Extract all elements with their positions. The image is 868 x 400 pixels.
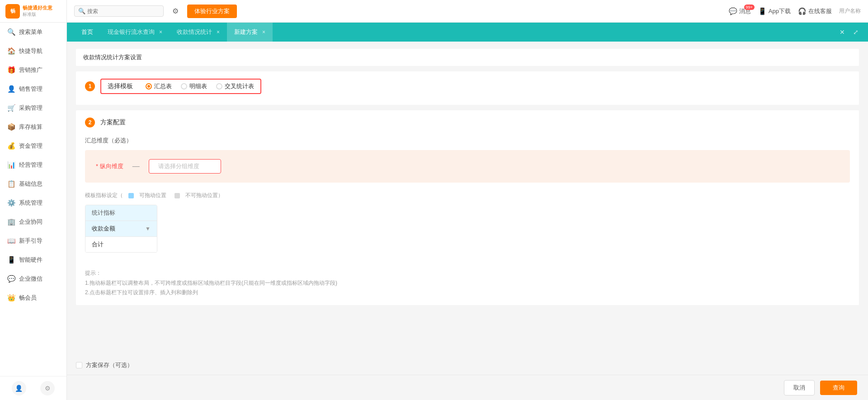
metrics-table: 统计指标 收款金额 ▼ 合计 — [85, 205, 157, 253]
step2-card: 2 方案配置 汇总维度（必选） * 纵向维度 — 请选择分组维度 模板指标设定（ — [76, 110, 859, 305]
search-box: 🔍 — [74, 5, 164, 17]
service-label: 在线客服 — [808, 7, 832, 15]
save-checkbox-row: 方案保存（可选） — [76, 361, 859, 369]
sidebar-item-finance[interactable]: 💰资金管理 — [0, 136, 66, 155]
save-section: 方案保存（可选） — [67, 356, 868, 375]
sidebar-bottom-icon-2[interactable]: ⚙ — [40, 381, 55, 395]
tab-close-btn[interactable]: ✕ — [837, 27, 847, 37]
sidebar-item-sales[interactable]: 👤销售管理 — [0, 80, 66, 99]
tab-collection-stats[interactable]: 收款情况统计× — [170, 23, 227, 42]
step1-card: 1 选择模板 汇总表 明细表 交叉统计表 — [76, 71, 859, 105]
dim-select[interactable]: 请选择分组维度 — [149, 159, 221, 174]
tab-label-bank-flow: 现金银行流水查询 — [108, 28, 155, 36]
sidebar-item-system[interactable]: ⚙️系统管理 — [0, 193, 66, 212]
tab-new-plan[interactable]: 新建方案× — [227, 23, 273, 42]
dim-row: * 纵向维度 — 请选择分组维度 — [96, 159, 839, 174]
radio-label-detail: 明细表 — [189, 82, 207, 90]
nav-icon-inventory: 📦 — [7, 123, 15, 131]
tab-bank-flow[interactable]: 现金银行流水查询× — [100, 23, 170, 42]
radio-custom-detail — [181, 83, 187, 89]
summary-dim-title: 汇总维度（必选） — [85, 136, 850, 145]
sidebar-item-purchase[interactable]: 🛒采购管理 — [0, 99, 66, 118]
step1-section: 1 选择模板 汇总表 明细表 交叉统计表 — [85, 79, 850, 94]
trial-button[interactable]: 体验行业方案 — [187, 5, 237, 18]
settings-icon[interactable]: ⚙ — [169, 5, 182, 18]
radio-option-cross[interactable]: 交叉统计表 — [216, 82, 254, 90]
nav-icon-enterprise: 🏢 — [7, 218, 15, 226]
nav-label-sales: 销售管理 — [19, 85, 42, 93]
nav-label-marketing: 营销推广 — [19, 66, 42, 74]
metrics-hint-movable: 可拖动位置 — [139, 192, 166, 199]
save-checkbox[interactable] — [76, 362, 82, 368]
nav-label-operation: 经营管理 — [19, 161, 42, 169]
metrics-total-label-1: 合计 — [92, 241, 104, 248]
top-header: 🔍 ⚙ 体验行业方案 💬 消息 99+ 📱 App下载 🎧 在线客服 用户名称 — [67, 0, 868, 23]
download-label: App下载 — [769, 7, 791, 15]
nav-icon-guide: 📖 — [7, 237, 15, 245]
sidebar-item-marketing[interactable]: 🎁营销推广 — [0, 61, 66, 80]
sidebar-item-enterprise[interactable]: 🏢企业协同 — [0, 212, 66, 231]
nav-icon-system: ⚙️ — [7, 199, 15, 207]
sidebar-item-inventory[interactable]: 📦库存核算 — [0, 118, 66, 136]
sidebar-logo: 畅 畅捷通好生意 标准版 — [0, 0, 66, 23]
metrics-cell-0: 收款金额 ▼ — [85, 221, 157, 237]
page-title: 收款情况统计方案设置 — [76, 49, 859, 66]
sidebar-item-search-menu[interactable]: 🔍搜索菜单 — [0, 23, 66, 42]
metrics-hint-fixed: 不可拖动位置） — [185, 192, 223, 199]
notification-badge: 99+ — [744, 5, 755, 10]
tip-item-0: 1.拖动标题栏可以调整布局，不可跨维度或指标区域拖动栏目字段(只能在同一维度或指… — [85, 278, 850, 288]
tab-controls: ✕ ⤢ — [837, 27, 861, 37]
metrics-chevron-0[interactable]: ▼ — [145, 226, 151, 232]
tab-home[interactable]: 首页 — [74, 23, 100, 42]
sidebar-item-vip[interactable]: 👑畅会员 — [0, 288, 66, 307]
metrics-category-header: 统计指标 — [85, 205, 157, 221]
radio-option-summary[interactable]: 汇总表 — [146, 82, 172, 90]
dim-arrow-icon: — — [132, 162, 140, 170]
bottom-bar: 取消 查询 — [67, 375, 868, 400]
dim-area: * 纵向维度 — 请选择分组维度 — [85, 150, 850, 183]
nav-icon-purchase: 🛒 — [7, 104, 15, 112]
dim-label: * 纵向维度 — [96, 162, 123, 170]
nav-label-inventory: 库存核算 — [19, 123, 42, 131]
nav-label-search-menu: 搜索菜单 — [19, 28, 42, 36]
nav-label-enterprise: 企业协同 — [19, 218, 42, 226]
nav-label-guide: 新手引导 — [19, 237, 42, 245]
metrics-total-1: 合计 — [85, 237, 157, 252]
tab-expand-btn[interactable]: ⤢ — [851, 27, 861, 37]
nav-label-wechat: 企业微信 — [19, 275, 42, 283]
step2-header: 2 方案配置 — [85, 118, 850, 127]
user-name[interactable]: 用户名称 — [839, 7, 861, 15]
sidebar-bottom-icon-1[interactable]: 👤 — [12, 381, 26, 395]
step1-circle: 1 — [85, 81, 95, 91]
service-item[interactable]: 🎧 在线客服 — [798, 7, 832, 15]
header-actions: 💬 消息 99+ 📱 App下载 🎧 在线客服 用户名称 — [729, 7, 861, 15]
sidebar-item-operation[interactable]: 📊经营管理 — [0, 155, 66, 174]
nav-icon-basic-info: 📋 — [7, 180, 15, 188]
sidebar-item-basic-info[interactable]: 📋基础信息 — [0, 174, 66, 193]
tips-section: 提示：1.拖动标题栏可以调整布局，不可跨维度或指标区域拖动栏目字段(只能在同一维… — [85, 268, 850, 298]
tips-label: 提示： — [85, 270, 101, 276]
sidebar-nav: 🔍搜索菜单🏠快捷导航🎁营销推广👤销售管理🛒采购管理📦库存核算💰资金管理📊经营管理… — [0, 23, 66, 376]
sidebar-item-wechat[interactable]: 💬企业微信 — [0, 269, 66, 288]
sidebar-item-hardware[interactable]: 📱智能硬件 — [0, 250, 66, 269]
search-input[interactable] — [87, 8, 160, 14]
radio-option-detail[interactable]: 明细表 — [181, 82, 207, 90]
logo-text-block: 畅捷通好生意 标准版 — [23, 5, 52, 18]
tab-close-new-plan[interactable]: × — [262, 29, 265, 35]
nav-icon-search-menu: 🔍 — [7, 28, 15, 36]
tab-close-bank-flow[interactable]: × — [159, 29, 162, 35]
nav-icon-finance: 💰 — [7, 142, 15, 150]
cancel-button[interactable]: 取消 — [784, 380, 815, 395]
download-item[interactable]: 📱 App下载 — [758, 7, 791, 15]
save-label: 方案保存（可选） — [86, 361, 133, 369]
radio-label-cross: 交叉统计表 — [225, 82, 254, 90]
tab-label-home: 首页 — [81, 28, 93, 36]
notification-item[interactable]: 💬 消息 99+ — [729, 7, 751, 15]
fixed-dot — [175, 193, 180, 198]
query-button[interactable]: 查询 — [820, 381, 857, 395]
sidebar-item-quick-nav[interactable]: 🏠快捷导航 — [0, 42, 66, 61]
tip-item-1: 2.点击标题栏下拉可设置排序、插入列和删除列 — [85, 288, 850, 298]
tab-close-collection-stats[interactable]: × — [217, 29, 220, 35]
nav-label-purchase: 采购管理 — [19, 104, 42, 112]
sidebar-item-guide[interactable]: 📖新手引导 — [0, 231, 66, 250]
